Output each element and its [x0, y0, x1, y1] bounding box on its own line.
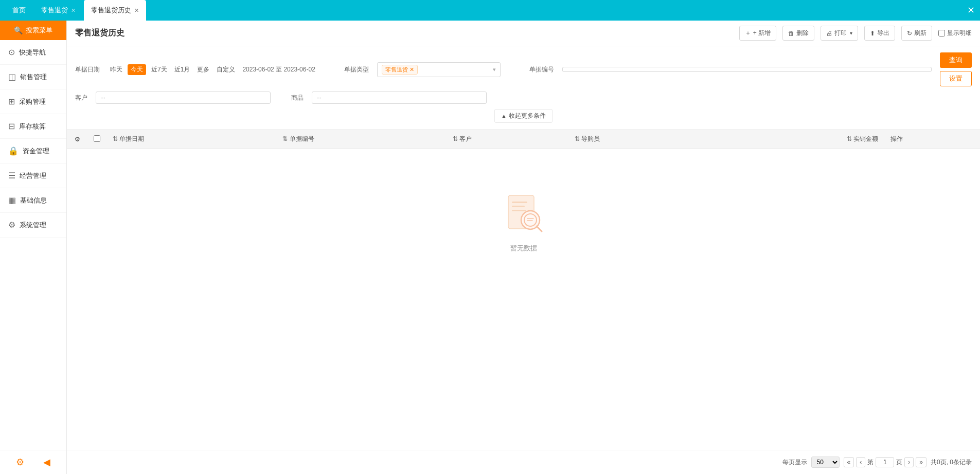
select-all-checkbox[interactable]	[94, 135, 100, 142]
tab-retail-return-label: 零售退货	[41, 6, 68, 15]
doc-type-tag-label: 零售退货	[385, 66, 408, 74]
sidebar-item-basic-info[interactable]: ▦ 基础信息	[0, 188, 66, 213]
tab-retail-return-history-close[interactable]: ✕	[134, 7, 139, 14]
total-records: 共0页, 0条记录	[931, 458, 972, 467]
tab-retail-return-history[interactable]: 零售退货历史 ✕	[84, 0, 146, 21]
pg-first-button[interactable]: «	[844, 457, 854, 467]
display-detail-checkbox[interactable]	[938, 30, 945, 37]
th-doc-date-sort-icon: ⇅	[113, 135, 118, 142]
tab-retail-return[interactable]: 零售退货 ✕	[34, 0, 83, 21]
sidebar-item-inventory[interactable]: ⊟ 库存核算	[0, 114, 66, 139]
window-close-button[interactable]: ✕	[967, 5, 975, 16]
sidebar-item-quick-nav[interactable]: ⊙ 快捷导航	[0, 40, 66, 65]
sidebar-item-sales-mgmt-label: 销售管理	[20, 72, 47, 82]
empty-illustration	[501, 190, 547, 236]
th-amount[interactable]: ⇅ 实销金额	[715, 130, 884, 149]
system-icon: ⚙	[8, 220, 15, 230]
gear-icon[interactable]: ⚙	[75, 136, 80, 143]
th-gear[interactable]: ⚙	[67, 130, 87, 149]
delete-icon: 🗑	[788, 30, 794, 37]
date-opt-today[interactable]: 今天	[128, 64, 146, 75]
pagination: 每页显示 50 10 20 100 « ‹ 第 页 › » 共0页, 0条记录	[67, 450, 980, 474]
th-doc-date-label: 单据日期	[119, 135, 144, 142]
sidebar-item-inventory-label: 库存核算	[19, 122, 46, 131]
doc-num-input[interactable]	[562, 67, 932, 72]
sidebar-bottom: ⚙ ◀	[0, 450, 66, 474]
sidebar-item-operations[interactable]: ☰ 经营管理	[0, 163, 66, 188]
date-opt-yesterday[interactable]: 昨天	[108, 64, 124, 75]
tab-list: 首页 零售退货 ✕ 零售退货历史 ✕	[5, 0, 967, 21]
setting-button[interactable]: 设置	[940, 71, 972, 86]
customer-input[interactable]: ···	[96, 92, 271, 104]
th-doc-num[interactable]: ⇅ 单据编号	[276, 130, 446, 149]
collapse-filter-button[interactable]: ▲ 收起更多条件	[494, 109, 553, 123]
doc-type-label: 单据类型	[344, 65, 369, 74]
th-customer[interactable]: ⇅ 客户	[447, 130, 568, 149]
goods-label: 商品	[291, 94, 304, 102]
th-action: 操作	[884, 130, 980, 149]
doc-type-select[interactable]: 零售退货 ✕ ▾	[377, 62, 501, 77]
delete-button[interactable]: 🗑 删除	[782, 26, 814, 41]
th-doc-num-label: 单据编号	[290, 135, 314, 142]
doc-type-select-arrow: ▾	[493, 66, 496, 73]
refresh-icon: ↻	[907, 30, 912, 37]
doc-type-tag-close[interactable]: ✕	[409, 66, 414, 73]
pg-prev-button[interactable]: ‹	[856, 457, 865, 467]
sidebar-item-system[interactable]: ⚙ 系统管理	[0, 213, 66, 238]
export-icon: ⬆	[870, 30, 875, 37]
add-button[interactable]: ＋ + 新增	[739, 26, 776, 41]
refresh-label: 刷新	[914, 29, 926, 38]
sidebar-search[interactable]: 🔍 搜索菜单	[0, 21, 66, 40]
th-guide-sort-icon: ⇅	[575, 135, 580, 142]
date-range-display: 2023-06-02 至 2023-06-02	[242, 65, 315, 74]
svg-line-6	[537, 226, 542, 231]
date-opt-1month[interactable]: 近1月	[172, 64, 192, 75]
th-checkbox[interactable]	[87, 130, 106, 149]
export-button[interactable]: ⬆ 导出	[864, 26, 895, 41]
display-detail-toggle[interactable]: 显示明细	[938, 29, 972, 38]
pg-current-input[interactable]	[876, 457, 894, 467]
print-arrow-icon: ▾	[850, 30, 852, 36]
per-page-label: 每页显示	[782, 458, 807, 467]
inventory-icon: ⊟	[8, 121, 15, 131]
query-button[interactable]: 查询	[940, 52, 972, 68]
pg-last-button[interactable]: »	[916, 457, 926, 467]
tab-retail-return-close[interactable]: ✕	[71, 7, 76, 14]
content-area: 零售退货历史 ＋ + 新增 🗑 删除 🖨 打印 ▾ ⬆ 导出	[67, 21, 980, 474]
th-customer-label: 客户	[459, 135, 472, 142]
pg-next-button[interactable]: ›	[904, 457, 914, 467]
th-doc-date[interactable]: ⇅ 单据日期	[106, 130, 276, 149]
filter-row-2: 客户 ··· 商品 ···	[75, 92, 972, 104]
data-table: ⚙ ⇅ 单据日期 ⇅ 单据编号	[67, 130, 980, 294]
settings-bottom-icon[interactable]: ⚙	[16, 457, 24, 468]
date-opt-more[interactable]: 更多	[195, 64, 211, 75]
sidebar-item-finance-label: 资金管理	[23, 147, 49, 156]
svg-rect-2	[512, 206, 525, 207]
customer-dots: ···	[100, 94, 105, 101]
per-page-select[interactable]: 50 10 20 100	[811, 457, 840, 468]
page-title: 零售退货历史	[75, 28, 124, 39]
goods-dots: ···	[316, 94, 322, 101]
th-guide[interactable]: ⇅ 导购员	[568, 130, 715, 149]
goods-input[interactable]: ···	[312, 92, 487, 104]
tab-home-label: 首页	[12, 6, 26, 15]
date-opt-custom[interactable]: 自定义	[215, 64, 237, 75]
print-icon: 🖨	[826, 30, 832, 37]
refresh-button[interactable]: ↻ 刷新	[901, 26, 932, 41]
filter-row-1: 单据日期 昨天 今天 近7天 近1月 更多 自定义 2023-06-02 至 2…	[75, 52, 972, 86]
sidebar-item-purchase-mgmt[interactable]: ⊞ 采购管理	[0, 89, 66, 114]
collapse-sidebar-icon[interactable]: ◀	[43, 457, 50, 468]
pagination-nav: « ‹ 第 页 › »	[844, 457, 926, 467]
purchase-mgmt-icon: ⊞	[8, 97, 15, 106]
sidebar-search-label: 搜索菜单	[26, 26, 52, 35]
print-button[interactable]: 🖨 打印 ▾	[821, 26, 858, 41]
th-amount-sort-icon: ⇅	[847, 135, 852, 142]
empty-text: 暂无数据	[510, 244, 537, 253]
th-guide-label: 导购员	[581, 135, 600, 142]
sidebar-item-finance[interactable]: 🔒 资金管理	[0, 139, 66, 163]
date-opt-7days[interactable]: 近7天	[149, 64, 169, 75]
sidebar: 🔍 搜索菜单 ⊙ 快捷导航 ◫ 销售管理 ⊞ 采购管理 ⊟ 库存核算 🔒 资金管…	[0, 21, 67, 474]
sidebar-item-sales-mgmt[interactable]: ◫ 销售管理	[0, 65, 66, 89]
sidebar-item-purchase-mgmt-label: 采购管理	[19, 97, 46, 106]
tab-home[interactable]: 首页	[5, 0, 33, 21]
